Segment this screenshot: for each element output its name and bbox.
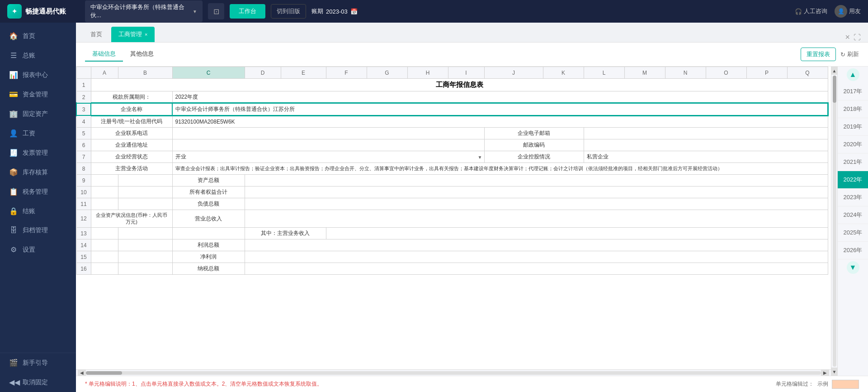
col-header-g[interactable]: G xyxy=(367,67,407,79)
col-header-q[interactable]: Q xyxy=(787,67,828,79)
col-header-m[interactable]: M xyxy=(624,67,665,79)
total-tax-label: 纳税总额 xyxy=(172,263,245,275)
col-header-d[interactable]: D xyxy=(245,67,281,79)
equity-label: 所有者权益合计 xyxy=(172,186,245,198)
year-item-2023[interactable]: 2023年 xyxy=(838,189,868,206)
control-value[interactable]: 私营企业 xyxy=(584,151,828,163)
total-assets-label: 资产总额 xyxy=(172,175,245,186)
tab-close-button[interactable]: × xyxy=(145,32,147,37)
col-header-l[interactable]: L xyxy=(584,67,624,79)
horizontal-scrollbar[interactable]: ◀ ▶ xyxy=(76,369,831,376)
user-area[interactable]: 👤 用友 xyxy=(835,5,861,18)
company-copy-button[interactable]: ⊡ xyxy=(208,3,224,19)
col-header-h[interactable]: H xyxy=(407,67,448,79)
sidebar-item-asset[interactable]: 🏢 固定资产 xyxy=(0,104,76,124)
workbench-button[interactable]: 工作台 xyxy=(230,4,265,19)
main-biz-value[interactable]: 审查企业会计报表；出具审计报告；验证企业资本；出具验资报告；办理企业合开、分立、… xyxy=(172,163,828,175)
sidebar-item-archive[interactable]: 🗄 归档管理 xyxy=(0,221,76,240)
year-item-2017[interactable]: 2017年 xyxy=(838,83,868,100)
scroll-right-button[interactable]: ▶ xyxy=(821,370,829,376)
sidebar-item-close[interactable]: 🔒 结账 xyxy=(0,201,76,221)
scroll-down-button[interactable]: ▼ xyxy=(831,368,838,376)
total-profit-value[interactable] xyxy=(245,239,828,251)
v-scroll-thumb[interactable] xyxy=(833,76,836,103)
sidebar-item-unpin[interactable]: ◀◀ 取消固定 xyxy=(0,373,76,392)
year-item-2019[interactable]: 2019年 xyxy=(838,118,868,136)
period-label-cell: 税款所属期间： xyxy=(91,91,172,104)
year-item-2018[interactable]: 2018年 xyxy=(838,100,868,118)
tab-label-business: 工商管理 xyxy=(118,30,142,38)
col-header-k[interactable]: K xyxy=(543,67,584,79)
reset-report-button[interactable]: 重置报表 xyxy=(801,48,836,61)
period-value-cell[interactable]: 2022年度 xyxy=(172,91,828,104)
zipcode-value[interactable] xyxy=(584,139,828,151)
refresh-button[interactable]: ↻ 刷新 xyxy=(840,50,859,58)
table-row: 13 其中：主营业务收入 xyxy=(76,228,828,239)
row-num: 13 xyxy=(76,228,91,239)
headset-icon: 🎧 xyxy=(795,8,802,15)
sidebar-item-salary[interactable]: 👤 工资 xyxy=(0,124,76,143)
sidebar-item-report[interactable]: 📊 报表中心 xyxy=(0,65,76,85)
sidebar-item-tax[interactable]: 📋 税务管理 xyxy=(0,182,76,201)
company-name-value[interactable]: 中审众环会计师事务所（特殊普通合伙）江苏分所 xyxy=(172,103,828,115)
spreadsheet-title: 工商年报信息表 xyxy=(91,79,828,91)
col-header-e[interactable]: E xyxy=(281,67,326,79)
col-header-p[interactable]: P xyxy=(746,67,787,79)
reg-code-value[interactable]: 91320100MA208E5W6K xyxy=(172,115,828,128)
sidebar-item-inventory[interactable]: 📦 库存核算 xyxy=(0,163,76,182)
tab-business-mgmt[interactable]: 工商管理 × xyxy=(111,27,155,42)
biz-status-value[interactable]: 开业 ▼ xyxy=(172,151,484,163)
sidebar-item-ledger[interactable]: ☰ 总账 xyxy=(0,46,76,65)
sidebar-item-settings[interactable]: ⚙ 设置 xyxy=(0,240,76,259)
fund-icon: 💳 xyxy=(9,90,18,99)
year-item-2022[interactable]: 2022年 xyxy=(838,171,868,189)
switch-version-button[interactable]: 切到旧版 xyxy=(271,4,306,19)
col-header-c[interactable]: C xyxy=(172,67,245,79)
spreadsheet-inner[interactable]: A B C D E F G H I J xyxy=(76,67,831,369)
col-header-f[interactable]: F xyxy=(326,67,367,79)
v-scroll-track[interactable] xyxy=(833,76,836,367)
net-profit-value[interactable] xyxy=(245,251,828,263)
col-header-n[interactable]: N xyxy=(665,67,706,79)
year-scroll-up-button[interactable]: ▲ xyxy=(847,68,859,81)
sub-tab-basic[interactable]: 基础信息 xyxy=(85,47,123,62)
h-scroll-track[interactable] xyxy=(86,371,821,375)
h-scroll-thumb[interactable] xyxy=(86,371,122,375)
address-value[interactable] xyxy=(172,139,484,151)
calendar-icon[interactable]: 📅 xyxy=(350,8,358,15)
year-item-2020[interactable]: 2020年 xyxy=(838,136,868,153)
sidebar-item-invoice[interactable]: 🧾 发票管理 xyxy=(0,143,76,163)
col-header-i[interactable]: I xyxy=(448,67,484,79)
year-item-2021[interactable]: 2021年 xyxy=(838,153,868,171)
phone-value[interactable] xyxy=(172,128,484,139)
window-expand-button[interactable]: ⛶ xyxy=(854,33,861,42)
liabilities-value[interactable] xyxy=(245,198,828,210)
year-item-2025[interactable]: 2025年 xyxy=(838,224,868,242)
col-header-a[interactable]: A xyxy=(91,67,118,79)
tab-home[interactable]: 首页 xyxy=(83,27,109,42)
total-assets-value[interactable] xyxy=(245,175,828,186)
company-selector[interactable]: 中审众环会计师事务所（特殊普通合伙... ▼ xyxy=(85,0,203,22)
year-item-2024[interactable]: 2024年 xyxy=(838,206,868,224)
col-header-o[interactable]: O xyxy=(706,67,746,79)
year-scroll-down-button[interactable]: ▼ xyxy=(847,261,859,274)
sub-tab-other[interactable]: 其他信息 xyxy=(123,47,161,62)
col-header-j[interactable]: J xyxy=(484,67,543,79)
equity-value[interactable] xyxy=(245,186,828,198)
scroll-left-button[interactable]: ◀ xyxy=(78,370,86,376)
sidebar-item-guide[interactable]: 🎬 新手引导 xyxy=(0,353,76,373)
window-close-button[interactable]: × xyxy=(845,33,850,42)
sidebar-label-invoice: 发票管理 xyxy=(23,149,48,157)
total-revenue-value[interactable] xyxy=(245,210,828,228)
bottom-bar: * 单元格编辑说明：1、点击单元格直接录入数值或文本。2、清空单元格数值或文本恢… xyxy=(76,376,868,392)
service-button[interactable]: 🎧 人工咨询 xyxy=(795,7,827,15)
vertical-scrollbar[interactable]: ▲ ▼ xyxy=(831,67,837,376)
year-item-2026[interactable]: 2026年 xyxy=(838,242,868,259)
main-revenue-value[interactable] xyxy=(326,228,828,239)
col-header-b[interactable]: B xyxy=(118,67,172,79)
scroll-up-button[interactable]: ▲ xyxy=(831,67,838,75)
total-tax-value[interactable] xyxy=(245,263,828,275)
email-value[interactable] xyxy=(584,128,828,139)
sidebar-item-home[interactable]: 🏠 首页 xyxy=(0,26,76,46)
sidebar-item-fund[interactable]: 💳 资金管理 xyxy=(0,85,76,104)
